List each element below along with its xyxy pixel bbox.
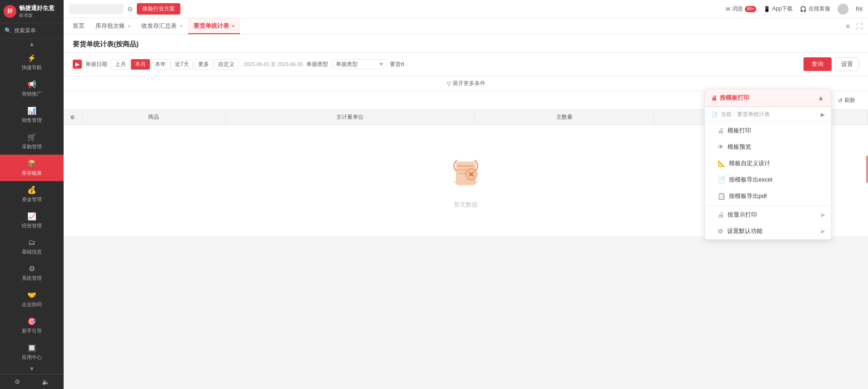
dropdown-divider-1 — [705, 121, 831, 121]
tab-inventory-batch-label: 库存批次账 — [95, 22, 125, 30]
sidebar-item-finance[interactable]: 💰 资金管理 — [0, 181, 64, 207]
topbar-right: ✉ 消息 99+ 📱 App下载 🎧 在线客服 Rit — [726, 4, 863, 15]
current-template-label: 当前：要货单统计表 — [721, 111, 770, 118]
order-type-label: 单据类型 — [306, 61, 328, 68]
dropdown-item-export-pdf[interactable]: 📋 按模板导出pdf — [705, 188, 831, 204]
filter-expand-button[interactable]: ▶ — [73, 60, 82, 69]
app-download-label: App下载 — [772, 5, 793, 13]
col-product: 商品 — [82, 110, 225, 125]
phone-icon: 📱 — [763, 6, 770, 12]
sidebar-item-basic[interactable]: 🗂 基础信息 — [0, 234, 64, 260]
sidebar-item-sales[interactable]: 📊 销售管理 — [0, 102, 64, 128]
sidebar-label-purchase: 采购管理 — [22, 143, 42, 150]
template-custom-label: 模板自定义设计 — [729, 159, 770, 167]
template-preview-icon: 👁 — [718, 143, 724, 151]
basic-icon: 🗂 — [28, 238, 35, 247]
refresh-button[interactable]: ↺ 刷新 — [834, 95, 859, 106]
empty-state-text: 暂无数据 — [454, 201, 478, 209]
tabs-bar: 首页 库存批次账 × 收发存汇总表 × 要货单统计表 × ✕ ⛶ — [64, 18, 868, 35]
app-name: 畅捷通好生意 — [19, 5, 55, 12]
current-template-icon: 📄 — [711, 111, 718, 118]
sidebar-item-appcenter[interactable]: 🔲 应用中心 — [0, 339, 64, 364]
display-print-arrow: ▶ — [821, 212, 825, 218]
dropdown-item-export-excel[interactable]: 📄 按模板导出excel — [705, 172, 831, 188]
tab-collection-summary-close[interactable]: × — [180, 23, 182, 29]
tab-home-label: 首页 — [73, 22, 85, 30]
operation-icon: 📈 — [27, 212, 36, 221]
sidebar-scroll-down[interactable]: ▼ — [0, 364, 64, 374]
sidebar-item-purchase[interactable]: 🛒 采购管理 — [0, 128, 64, 155]
sidebar-item-inventory[interactable]: 📦 库存核算 — [0, 155, 64, 181]
filter-actions: 查询 设置 — [803, 57, 859, 71]
trial-button[interactable]: 体验行业方案 — [137, 3, 180, 15]
appcenter-icon: 🔲 — [27, 344, 36, 352]
sidebar-label-finance: 资金管理 — [22, 196, 42, 203]
app-title-block: 畅捷通好生意 标准版 — [19, 5, 55, 18]
dropdown-item-template-print[interactable]: 🖨 模板打印 — [705, 122, 831, 139]
dropdown-close-button[interactable]: ▲ — [817, 94, 825, 101]
order-type-select[interactable]: 单据类型 — [332, 59, 386, 69]
message-label: 消息 — [732, 5, 743, 13]
dropdown-item-set-default[interactable]: ⚙ 设置默认功能 ▶ — [705, 223, 831, 239]
filter-row: ▶ 单据日期 上月 本月 本年 近7天 更多 自定义 2023-06-01 至 … — [64, 53, 868, 76]
sidebar-label-appcenter: 应用中心 — [22, 354, 42, 361]
date-btn-current-year[interactable]: 本年 — [151, 59, 170, 70]
export-excel-icon: 📄 — [718, 176, 725, 183]
query-button[interactable]: 查询 — [803, 57, 832, 71]
sidebar-search-label: 搜索菜单 — [14, 27, 36, 35]
date-btn-more[interactable]: 更多 — [194, 59, 213, 70]
user-avatar[interactable] — [838, 4, 848, 15]
settings-col-icon[interactable]: ⚙ — [70, 114, 75, 121]
tab-close-all-button[interactable]: ✕ — [843, 21, 853, 32]
tab-home[interactable]: 首页 — [67, 18, 90, 34]
finance-icon: 💰 — [27, 186, 36, 194]
dropdown-item-template-preview[interactable]: 👁 模板预览 — [705, 139, 831, 155]
marketing-icon: 📢 — [27, 80, 36, 89]
tab-inventory-batch-close[interactable]: × — [128, 23, 130, 29]
sidebar-item-operation[interactable]: 📈 经营管理 — [0, 207, 64, 234]
export-excel-label: 按模板导出excel — [729, 176, 772, 184]
date-btn-current-month[interactable]: 本月 — [131, 59, 150, 70]
sidebar-item-marketing[interactable]: 📢 营销推广 — [0, 76, 64, 102]
sidebar-item-collab[interactable]: 🤝 企业协同 — [0, 286, 64, 313]
tab-collection-summary[interactable]: 收发存汇总表 × — [136, 18, 188, 34]
display-print-left: 🖨 按显示打印 — [718, 211, 757, 219]
tab-order-stats[interactable]: 要货单统计表 × — [188, 18, 240, 34]
sidebar-scroll-up[interactable]: ▲ — [0, 39, 64, 49]
sidebar-label-newguide: 新手引导 — [22, 328, 42, 334]
dropdown-item-template-custom[interactable]: 📐 模板自定义设计 — [705, 155, 831, 172]
date-btn-last-month[interactable]: 上月 — [111, 59, 130, 70]
settings-button[interactable]: 设置 — [835, 57, 859, 71]
sidebar-label-marketing: 营销推广 — [22, 91, 42, 97]
system-icon: ⚙ — [29, 264, 35, 273]
dropdown-header: 🖨 按模板打印 ▲ — [705, 89, 831, 107]
sidebar-label-collab: 企业协同 — [22, 301, 42, 308]
sidebar-item-shortcut[interactable]: ⚡ 快捷导航 — [0, 49, 64, 76]
template-custom-icon: 📐 — [718, 160, 725, 167]
tab-inventory-batch[interactable]: 库存批次账 × — [90, 18, 136, 34]
sidebar-speaker-icon[interactable]: 🔈 — [42, 378, 50, 385]
online-service-item[interactable]: 🎧 在线客服 — [800, 5, 830, 13]
tab-order-stats-close[interactable]: × — [232, 23, 234, 29]
template-preview-label: 模板预览 — [728, 143, 751, 151]
search-icon: 🔍 — [5, 27, 11, 34]
set-default-left: ⚙ 设置默认功能 — [718, 227, 763, 235]
date-btn-last-7days[interactable]: 近7天 — [171, 59, 193, 70]
expand-more-label: 展开更多条件 — [453, 80, 485, 87]
sidebar-settings-icon[interactable]: ⚙ — [15, 378, 20, 385]
sidebar-search[interactable]: 🔍 搜索菜单 — [0, 23, 64, 39]
dropdown-divider-2 — [705, 205, 831, 206]
topbar-gear-icon[interactable]: ⚙ — [127, 5, 133, 13]
tab-maximize-button[interactable]: ⛶ — [854, 21, 864, 32]
app-download-item[interactable]: 📱 App下载 — [763, 5, 793, 13]
expand-more-icon: ▽ — [447, 81, 451, 87]
dropdown-item-display-print[interactable]: 🖨 按显示打印 ▶ — [705, 207, 831, 223]
sidebar-item-newguide[interactable]: 🎯 新手引导 — [0, 313, 64, 339]
date-btn-custom[interactable]: 自定义 — [214, 59, 239, 70]
order-category-label: 要货d — [390, 61, 404, 68]
set-default-icon: ⚙ — [718, 227, 723, 235]
dropdown-current-section: 📄 当前：要货单统计表 ▶ — [705, 107, 831, 120]
message-item[interactable]: ✉ 消息 99+ — [726, 5, 756, 13]
sidebar-item-system[interactable]: ⚙ 系统管理 — [0, 260, 64, 286]
col-checkbox[interactable]: ⚙ — [64, 110, 82, 125]
